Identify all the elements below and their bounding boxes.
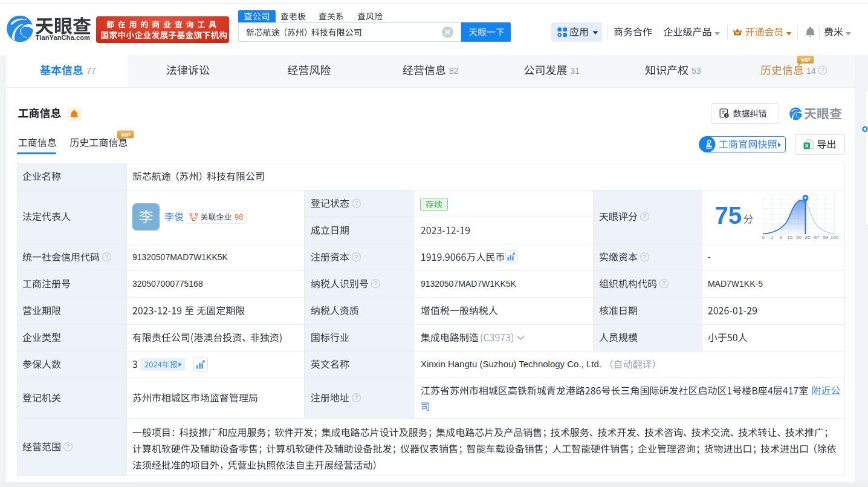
svg-text:?: ? <box>66 443 70 450</box>
svg-text:?: ? <box>105 253 109 261</box>
svg-text:53: 53 <box>691 66 701 76</box>
svg-text:?: ? <box>354 200 358 207</box>
svg-text:50: 50 <box>796 235 802 240</box>
svg-text:?: ? <box>354 253 358 261</box>
svg-text:31: 31 <box>571 66 580 76</box>
svg-text:?: ? <box>374 280 377 287</box>
svg-text:3: 3 <box>780 235 783 240</box>
svg-text:VIP: VIP <box>801 56 811 63</box>
svg-text:-: - <box>708 252 711 262</box>
svg-text:15: 15 <box>787 235 792 240</box>
svg-text:?: ? <box>662 280 666 287</box>
svg-text:82: 82 <box>449 66 459 76</box>
svg-text:14: 14 <box>806 66 816 76</box>
svg-text:?: ? <box>643 213 647 220</box>
svg-text:?: ? <box>821 67 824 74</box>
svg-text:98: 98 <box>235 212 243 221</box>
svg-text:?: ? <box>643 253 647 261</box>
svg-text:MAD7W1KK-5: MAD7W1KK-5 <box>708 279 763 289</box>
svg-text:?: ? <box>354 394 358 401</box>
svg-text:77: 77 <box>86 66 96 76</box>
svg-text:75: 75 <box>715 202 742 229</box>
svg-text:100: 100 <box>831 235 839 240</box>
svg-text:97: 97 <box>814 235 820 240</box>
svg-text:VIP: VIP <box>121 131 131 138</box>
svg-text:Xinxin Hangtu (Suzhou) Technol: Xinxin Hangtu (Suzhou) Technology Co., L… <box>421 359 601 369</box>
svg-text:99: 99 <box>823 235 828 240</box>
svg-text:85: 85 <box>805 235 811 240</box>
svg-text:320507000775168: 320507000775168 <box>132 279 203 289</box>
svg-text:91320507MAD7W1KK5K: 91320507MAD7W1KK5K <box>421 279 517 289</box>
svg-text:TianYanCha.com: TianYanCha.com <box>36 34 91 41</box>
svg-text:0: 0 <box>762 235 765 240</box>
svg-text:91320507MAD7W1KK5K: 91320507MAD7W1KK5K <box>132 252 228 262</box>
svg-text:1: 1 <box>771 235 774 240</box>
